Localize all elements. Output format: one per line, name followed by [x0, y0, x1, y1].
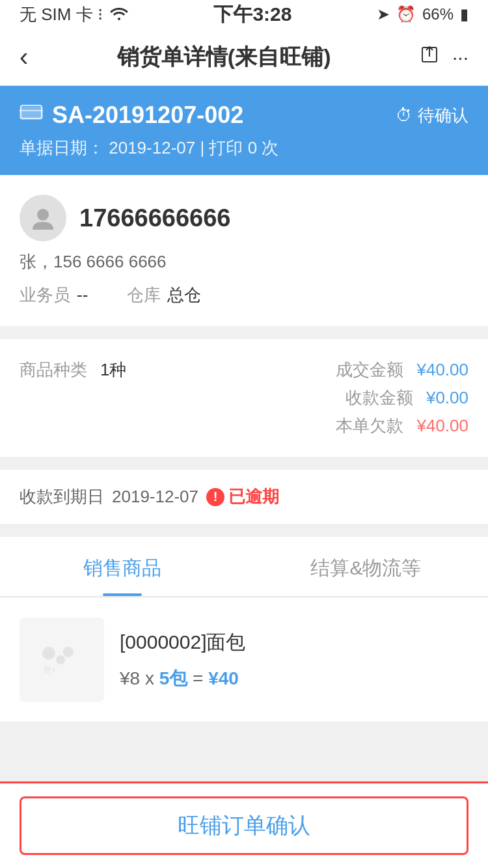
product-section: 野+ [0000002]面包 ¥8 x 5包 = ¥40	[0, 598, 488, 722]
tab-settlement[interactable]: 结算&物流等	[244, 537, 488, 596]
svg-point-6	[42, 647, 55, 660]
back-button[interactable]: ‹	[20, 42, 28, 72]
no-sim-text: 无 SIM 卡 ⁝	[20, 3, 103, 26]
warehouse-label: 仓库	[127, 284, 161, 306]
due-label: 收款到期日	[20, 485, 104, 508]
overdue-badge: ! 已逾期	[206, 485, 279, 508]
summary-section: 商品种类 1种 成交金额 ¥40.00 收款金额 ¥0.00 本单欠款 ¥40.…	[0, 339, 488, 457]
page-title: 销货单详情(来自旺铺)	[117, 42, 331, 72]
order-header: SA-20191207-002 ⏱ 待确认 单据日期： 2019-12-07 |…	[0, 86, 488, 175]
sales-value: --	[77, 285, 88, 305]
product-item: 野+ [0000002]面包 ¥8 x 5包 = ¥40	[0, 598, 488, 722]
bottom-bar: 旺铺订单确认	[0, 781, 488, 868]
share-icon[interactable]	[420, 45, 439, 69]
customer-section: 17666666666 张，156 6666 6666 业务员 -- 仓库 总仓	[0, 175, 488, 326]
svg-point-7	[63, 647, 74, 657]
clock-icon: ⏱	[396, 105, 413, 126]
product-qty: 5包	[159, 668, 188, 688]
price-equals: =	[193, 668, 208, 688]
overdue-text: 已逾期	[228, 485, 279, 508]
avatar	[20, 195, 66, 241]
due-section: 收款到期日 2019-12-07 ! 已逾期	[0, 470, 488, 524]
status-right: ➤ ⏰ 66% ▮	[377, 5, 468, 23]
price-unit: ¥8	[120, 668, 140, 688]
more-icon[interactable]: ···	[452, 46, 468, 68]
received-label: 收款金额	[346, 387, 413, 409]
overdue-icon: !	[206, 488, 224, 506]
location-icon: ➤	[377, 5, 390, 23]
owed-value: ¥40.00	[416, 416, 468, 436]
confirm-button[interactable]: 旺铺订单确认	[20, 796, 468, 855]
svg-point-5	[37, 209, 49, 221]
battery-icon: ▮	[460, 5, 468, 23]
amount-label: 成交金额	[336, 359, 403, 381]
received-value: ¥0.00	[426, 388, 468, 408]
battery-text: 66%	[422, 5, 454, 23]
product-thumbnail: 野+	[20, 617, 104, 702]
product-name: [0000002]面包	[120, 629, 468, 656]
tabs-section: 销售商品 结算&物流等	[0, 537, 488, 597]
order-date: 单据日期： 2019-12-07 | 打印 0 次	[20, 137, 468, 159]
wifi-icon	[109, 5, 129, 25]
status-bar: 无 SIM 卡 ⁝ 下午3:28 ➤ ⏰ 66% ▮	[0, 0, 488, 29]
owed-label: 本单欠款	[336, 414, 403, 437]
nav-bar: ‹ 销货单详情(来自旺铺) ···	[0, 29, 488, 86]
warehouse-value: 总仓	[167, 284, 201, 306]
tabs-row: 销售商品 结算&物流等	[0, 537, 488, 597]
status-text: 待确认	[418, 104, 468, 127]
amount-value: ¥40.00	[416, 360, 468, 380]
alarm-icon: ⏰	[396, 5, 416, 23]
category-value: 1种	[100, 359, 126, 381]
order-id: SA-20191207-002	[52, 102, 243, 129]
due-date: 2019-12-07	[112, 487, 198, 507]
category-label: 商品种类	[20, 359, 87, 381]
customer-phone: 17666666666	[79, 204, 230, 232]
sales-label: 业务员	[20, 284, 70, 306]
tab-sales-products[interactable]: 销售商品	[0, 537, 244, 596]
status-left: 无 SIM 卡 ⁝	[20, 3, 129, 26]
status-time: 下午3:28	[213, 1, 291, 28]
nav-right: ···	[420, 45, 468, 69]
product-total: ¥40	[208, 668, 239, 688]
customer-name: 张，156 6666 6666	[20, 251, 468, 273]
customer-meta: 业务员 -- 仓库 总仓	[20, 284, 468, 306]
order-status: ⏱ 待确认	[396, 104, 468, 127]
order-type-icon	[20, 104, 43, 127]
product-info: [0000002]面包 ¥8 x 5包 = ¥40	[120, 629, 468, 691]
svg-text:野+: 野+	[44, 666, 56, 675]
nav-left: ‹	[20, 42, 28, 72]
product-price: ¥8 x 5包 = ¥40	[120, 666, 468, 691]
svg-point-8	[56, 655, 65, 664]
price-separator: x	[145, 668, 159, 688]
